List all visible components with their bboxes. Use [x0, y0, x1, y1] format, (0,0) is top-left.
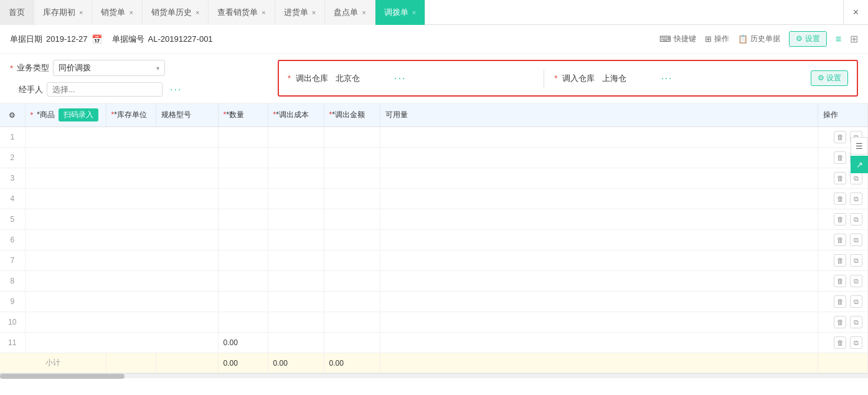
- warehouse-in-value[interactable]: 上海仓: [602, 73, 652, 84]
- row-amount[interactable]: [324, 209, 380, 230]
- ops-action[interactable]: ⊞ 操作: [705, 34, 729, 44]
- row-cost[interactable]: [268, 168, 324, 189]
- warehouse-in-more-btn[interactable]: ···: [657, 73, 676, 84]
- table-settings-icon[interactable]: ⚙: [9, 111, 16, 120]
- row-product[interactable]: [25, 189, 218, 209]
- float-list-btn[interactable]: ☰: [851, 137, 868, 155]
- view-toggle-list-icon[interactable]: ≡: [836, 34, 841, 45]
- row-qty[interactable]: [218, 271, 268, 292]
- row-amount[interactable]: [324, 168, 380, 189]
- tab-inventory-init-close[interactable]: ×: [79, 9, 83, 16]
- row-copy-icon[interactable]: ⧉: [850, 254, 862, 267]
- tab-inventory-count[interactable]: 盘点单 ×: [325, 0, 375, 25]
- row-amount[interactable]: [324, 189, 380, 209]
- shortcut-action[interactable]: ⌨ 快捷键: [659, 34, 696, 44]
- row-cost[interactable]: [268, 230, 324, 250]
- row-copy-icon[interactable]: ⧉: [850, 295, 862, 308]
- row-cost[interactable]: [268, 127, 324, 148]
- row-copy-icon[interactable]: ⧉: [850, 275, 862, 287]
- row-cost[interactable]: [268, 189, 324, 209]
- date-value[interactable]: 2019-12-27: [46, 34, 88, 44]
- float-export-btn[interactable]: ↗: [851, 156, 868, 173]
- row-amount[interactable]: [324, 250, 380, 271]
- row-qty[interactable]: [218, 230, 268, 250]
- tab-sales-history[interactable]: 销货单历史 ×: [143, 0, 209, 25]
- row-cost[interactable]: [268, 292, 324, 312]
- row-cost[interactable]: [268, 312, 324, 333]
- row-delete-icon[interactable]: 🗑: [834, 131, 846, 143]
- row-cost[interactable]: [268, 250, 324, 271]
- row-copy-icon[interactable]: ⧉: [850, 234, 862, 246]
- tab-sales-history-close[interactable]: ×: [196, 9, 199, 16]
- row-qty[interactable]: [218, 292, 268, 312]
- row-product[interactable]: [25, 127, 218, 148]
- row-delete-icon[interactable]: 🗑: [834, 234, 846, 246]
- row-qty[interactable]: [218, 168, 268, 189]
- tab-transfer-order[interactable]: 调拨单 ×: [375, 0, 425, 25]
- tab-sales-order[interactable]: 销货单 ×: [92, 0, 142, 25]
- row-qty[interactable]: [218, 148, 268, 168]
- row-delete-icon[interactable]: 🗑: [834, 316, 846, 328]
- row-product[interactable]: [25, 230, 218, 250]
- row-copy-icon[interactable]: ⧉: [850, 213, 862, 226]
- warehouse-out-more-btn[interactable]: ···: [390, 73, 410, 84]
- warehouse-settings-button[interactable]: ⚙ 设置: [811, 70, 848, 86]
- row-cost[interactable]: [268, 148, 324, 168]
- row-copy-icon[interactable]: ⧉: [850, 316, 862, 328]
- row-amount[interactable]: [324, 271, 380, 292]
- tab-view-sales-close[interactable]: ×: [262, 9, 265, 16]
- tab-inventory-init[interactable]: 库存期初 ×: [34, 0, 92, 25]
- view-toggle-grid-icon[interactable]: ⊞: [850, 33, 858, 45]
- window-close-button[interactable]: ×: [843, 0, 868, 25]
- tab-transfer-order-close[interactable]: ×: [412, 9, 416, 16]
- row-delete-icon[interactable]: 🗑: [834, 336, 846, 349]
- row-delete-icon[interactable]: 🗑: [834, 295, 846, 308]
- row-amount[interactable]: [324, 292, 380, 312]
- row-product[interactable]: [25, 271, 218, 292]
- row-qty[interactable]: [218, 209, 268, 230]
- row-copy-icon[interactable]: ⧉: [850, 172, 862, 184]
- handler-input[interactable]: [47, 82, 163, 97]
- row-qty[interactable]: [218, 127, 268, 148]
- row-copy-icon[interactable]: ⧉: [850, 336, 862, 349]
- scroll-thumb[interactable]: [0, 374, 125, 379]
- business-type-select[interactable]: 同价调拨 ▾: [53, 60, 165, 76]
- calendar-icon[interactable]: 📅: [92, 34, 102, 44]
- row-qty[interactable]: [218, 312, 268, 333]
- scan-button[interactable]: 扫码录入: [59, 108, 98, 121]
- row-delete-icon[interactable]: 🗑: [834, 193, 846, 205]
- row-cost[interactable]: [268, 209, 324, 230]
- tab-purchase-order-close[interactable]: ×: [312, 9, 316, 16]
- row-amount[interactable]: [324, 148, 380, 168]
- tab-purchase-order[interactable]: 进货单 ×: [275, 0, 325, 25]
- tab-inventory-count-close[interactable]: ×: [362, 9, 366, 16]
- row-product[interactable]: [25, 148, 218, 168]
- row-copy-icon[interactable]: ⧉: [850, 193, 862, 205]
- row-cost[interactable]: [268, 271, 324, 292]
- scroll-track[interactable]: [0, 373, 868, 378]
- row-delete-icon[interactable]: 🗑: [834, 151, 846, 164]
- col-header-settings[interactable]: ⚙: [0, 103, 25, 127]
- row-product[interactable]: [25, 250, 218, 271]
- row-amount[interactable]: [324, 312, 380, 333]
- history-action[interactable]: 📋 历史单据: [738, 34, 780, 44]
- warehouse-out-value[interactable]: 北京仓: [336, 73, 385, 84]
- handler-more-btn[interactable]: ···: [166, 84, 186, 95]
- tab-sales-order-close[interactable]: ×: [129, 9, 133, 16]
- tab-home[interactable]: 首页: [0, 0, 34, 25]
- row-delete-icon[interactable]: 🗑: [834, 275, 846, 287]
- row-qty[interactable]: [218, 250, 268, 271]
- row-product[interactable]: [25, 209, 218, 230]
- row-product[interactable]: [25, 292, 218, 312]
- tab-view-sales[interactable]: 查看销货单 ×: [209, 0, 275, 25]
- row-delete-icon[interactable]: 🗑: [834, 254, 846, 267]
- row-amount[interactable]: [324, 127, 380, 148]
- row-qty[interactable]: [218, 189, 268, 209]
- row-delete-icon[interactable]: 🗑: [834, 213, 846, 226]
- row-delete-icon[interactable]: 🗑: [834, 172, 846, 184]
- row-amount[interactable]: [324, 230, 380, 250]
- row-product[interactable]: [25, 168, 218, 189]
- row-product[interactable]: [25, 312, 218, 333]
- row-product[interactable]: [25, 333, 218, 353]
- settings-button[interactable]: ⚙ 设置: [789, 31, 826, 47]
